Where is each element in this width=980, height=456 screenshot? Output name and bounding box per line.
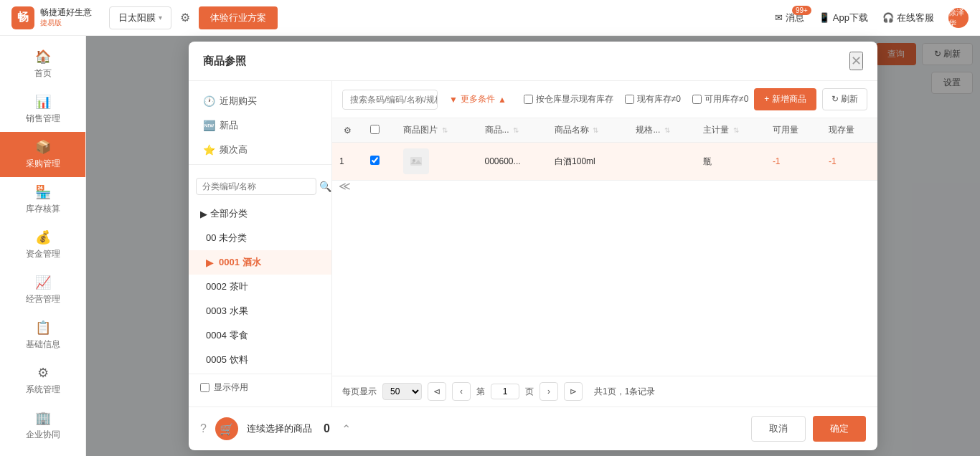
- col-spec[interactable]: 规格... ⇅: [628, 118, 696, 143]
- operation-icon: 📈: [35, 275, 51, 290]
- logo-text: 畅捷通好生意 捷易版: [40, 7, 92, 29]
- cat-item-fruit[interactable]: 0003 水果: [189, 299, 331, 323]
- sales-icon: 📊: [35, 94, 51, 110]
- settings-button[interactable]: ⚙: [180, 11, 190, 24]
- product-reference-modal: 商品参照 ✕ 🕐 近期购买 🆕: [189, 42, 877, 450]
- cat-item-uncat[interactable]: 00 未分类: [189, 226, 331, 250]
- star-icon: ⭐: [203, 144, 215, 156]
- col-name[interactable]: 商品名称 ⇅: [547, 118, 628, 143]
- show-disabled-label[interactable]: 显示停用: [214, 381, 248, 394]
- first-page-button[interactable]: ⊲: [428, 382, 446, 401]
- modal-left-panel: 🕐 近期购买 🆕 新品 ⭐ 频次高: [189, 81, 332, 407]
- logo-icon: 畅: [11, 6, 34, 29]
- row-image: [396, 143, 477, 181]
- col-unit[interactable]: 主计量 ⇅: [696, 118, 765, 143]
- nonzero-stock-checkbox[interactable]: [625, 95, 634, 104]
- sidebar-item-inventory[interactable]: 🏪 库存核算: [0, 177, 85, 222]
- show-warehouse-stock-checkbox[interactable]: [524, 95, 533, 104]
- sidebar-item-guide[interactable]: 🎯 新手引导: [0, 448, 85, 456]
- filter-icon: ▼: [449, 95, 458, 105]
- row-select-checkbox[interactable]: [370, 156, 380, 165]
- cat-item-all[interactable]: ▶ 全部分类: [189, 201, 331, 226]
- col-checkbox: [363, 118, 396, 143]
- sidebar-item-home[interactable]: 🏠 首页: [0, 42, 85, 87]
- table-header-row: ⚙ 商品图片 ⇅ 商品... ⇅ 商品名称 ⇅ 规格... ⇅ 主计量 ⇅ 可用…: [332, 118, 877, 143]
- sidebar-label-home: 首页: [34, 67, 52, 80]
- page-label: 第: [476, 386, 485, 398]
- modal-left-footer: 显示停用: [189, 374, 331, 401]
- nav-selector[interactable]: 日太阳膜 ▾: [109, 6, 171, 29]
- cat-item-tea[interactable]: 0002 茶叶: [189, 275, 331, 299]
- sidebar-item-basics[interactable]: 📋 基础信息: [0, 313, 85, 358]
- next-page-button[interactable]: ›: [540, 382, 558, 401]
- cat-arrow-all: ▶: [200, 209, 207, 219]
- more-filter-button[interactable]: ▼ 更多条件 ▲: [443, 90, 512, 108]
- user-item[interactable]: 徐泽华: [948, 8, 969, 28]
- cat-item-liquor[interactable]: ▶ 0001 酒水: [189, 250, 331, 275]
- prev-page-button[interactable]: ‹: [452, 382, 471, 401]
- filter-up-icon: ▲: [498, 95, 507, 105]
- show-warehouse-stock-label[interactable]: 按仓库显示现有库存: [524, 93, 613, 105]
- row-checkbox[interactable]: [363, 143, 396, 181]
- cart-button[interactable]: 🛒: [215, 417, 238, 440]
- product-table: ⚙ 商品图片 ⇅ 商品... ⇅ 商品名称 ⇅ 规格... ⇅ 主计量 ⇅ 可用…: [332, 118, 877, 181]
- app-download-item[interactable]: 📱 App下载: [819, 11, 868, 24]
- table-row[interactable]: 1: [332, 143, 877, 181]
- sidebar-label-operation: 经营管理: [26, 293, 60, 305]
- inventory-icon: 🏪: [35, 184, 51, 200]
- sidebar-label-finance: 资金管理: [26, 248, 60, 260]
- product-search-input[interactable]: [343, 91, 438, 108]
- select-all-checkbox[interactable]: [370, 125, 380, 134]
- confirm-button[interactable]: 确定: [813, 416, 866, 442]
- category-search-input[interactable]: [196, 178, 316, 195]
- tab-recent-purchase[interactable]: 🕐 近期购买: [194, 90, 326, 113]
- cat-item-snack[interactable]: 0004 零食: [189, 323, 331, 348]
- cart-icon-symbol: 🛒: [220, 422, 234, 436]
- main-layout: 🏠 首页 📊 销售管理 📦 采购管理 🏪 库存核算 💰 资金管理 📈 经营管理 …: [0, 36, 980, 456]
- experience-button[interactable]: 体验行业方案: [199, 6, 278, 29]
- sidebar-item-sales[interactable]: 📊 销售管理: [0, 87, 85, 132]
- last-page-button[interactable]: ⊳: [564, 382, 583, 401]
- sidebar-item-finance[interactable]: 💰 资金管理: [0, 222, 85, 267]
- col-code[interactable]: 商品... ⇅: [478, 118, 548, 143]
- col-image[interactable]: 商品图片 ⇅: [396, 118, 477, 143]
- modal-right-panel: 🔍 ▼ 更多条件 ▲ 按仓库显示现有库存: [332, 81, 877, 407]
- cat-arrow-liquor: ▶: [206, 257, 213, 268]
- notification-item[interactable]: ✉ 消息 99+: [775, 11, 804, 24]
- tab-new-products[interactable]: 🆕 新品: [194, 114, 326, 137]
- page-size-label: 每页显示: [342, 386, 377, 398]
- service-item[interactable]: 🎧 在线客服: [882, 11, 934, 24]
- add-product-button[interactable]: + 新增商品: [754, 88, 816, 110]
- modal-body: 🕐 近期购买 🆕 新品 ⭐ 频次高: [189, 81, 877, 407]
- cancel-button[interactable]: 取消: [751, 416, 806, 442]
- sidebar-item-system[interactable]: ⚙ 系统管理: [0, 358, 85, 403]
- category-search-icon[interactable]: 🔍: [319, 181, 331, 192]
- top-nav: 畅 畅捷通好生意 捷易版 日太阳膜 ▾ ⚙ 体验行业方案 ✉ 消息 99+ 📱 …: [0, 0, 980, 36]
- content-area: 查询 ↻ 刷新 设置 商品参照 ✕ 🕐: [86, 36, 980, 456]
- show-disabled-checkbox[interactable]: [200, 383, 209, 392]
- headset-icon: 🎧: [882, 12, 894, 23]
- sidebar-item-operation[interactable]: 📈 经营管理: [0, 267, 85, 313]
- sidebar-item-purchase[interactable]: 📦 采购管理: [0, 132, 85, 177]
- page-input[interactable]: [491, 384, 519, 399]
- page-summary: 共1页，1条记录: [594, 386, 655, 398]
- svg-point-1: [413, 159, 415, 162]
- tab-frequent[interactable]: ⭐ 频次高: [194, 138, 326, 161]
- modal-close-button[interactable]: ✕: [849, 52, 863, 70]
- footer-collapse-button[interactable]: ⌃: [341, 422, 351, 436]
- col-settings[interactable]: ⚙: [332, 118, 363, 143]
- refresh-button[interactable]: ↻ 刷新: [822, 88, 867, 110]
- toolbar-right: + 新增商品 ↻ 刷新: [754, 88, 867, 110]
- nonzero-available-checkbox[interactable]: [692, 95, 702, 104]
- row-code: 000600...: [478, 143, 548, 181]
- nonzero-available-label[interactable]: 可用库存≠0: [692, 93, 748, 105]
- footer-actions: 取消 确定: [751, 416, 866, 442]
- cat-item-drink[interactable]: 0005 饮料: [189, 348, 331, 372]
- sidebar-item-enterprise[interactable]: 🏢 企业协同: [0, 403, 85, 448]
- nonzero-stock-label[interactable]: 现有库存≠0: [625, 93, 681, 105]
- row-name: 白酒100ml: [547, 143, 628, 181]
- home-icon: 🏠: [35, 49, 51, 65]
- help-icon[interactable]: ?: [200, 422, 207, 435]
- svg-rect-0: [410, 157, 422, 166]
- page-size-select[interactable]: 50 10 20 100: [382, 383, 422, 400]
